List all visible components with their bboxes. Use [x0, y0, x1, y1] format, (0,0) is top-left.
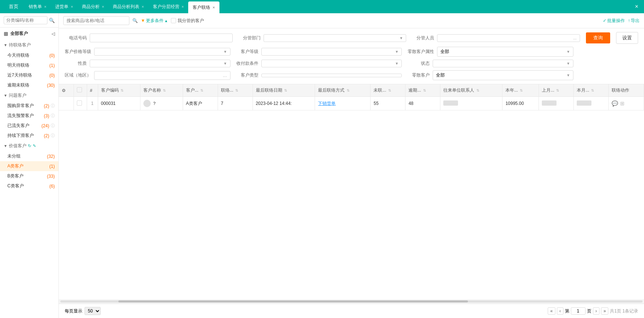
info-icon[interactable]: ⓘ [51, 123, 55, 128]
sidebar-item-class-a[interactable]: A类客户 (1) [0, 161, 58, 171]
sort-icon[interactable]: ⇅ [284, 88, 287, 92]
window-close-button[interactable]: × [632, 2, 641, 11]
filter-customer-level-select[interactable]: ▼ [261, 48, 402, 56]
collapse-icon[interactable]: ◁ [51, 31, 55, 36]
horizontal-scrollbar[interactable] [59, 299, 644, 304]
filter-phone-label: 电话号码 [65, 35, 87, 41]
sort-icon[interactable]: ⇅ [388, 88, 391, 92]
sidebar-group-problem[interactable]: ▼ 问题客户 [0, 90, 58, 101]
filter-retail-customer-select[interactable]: 全部 ▼ [433, 70, 573, 80]
sidebar-item-class-b[interactable]: B类客户 (33) [0, 171, 58, 181]
header-checkbox[interactable] [77, 87, 82, 92]
sidebar-group-value[interactable]: ▼ 价值客户 ↻ ✎ [0, 141, 58, 151]
filter-dept: 分管部门 ▼ [239, 34, 407, 42]
first-page-button[interactable]: « [548, 307, 555, 315]
filter-phone-input[interactable] [90, 33, 233, 42]
close-tab-purchase[interactable]: × [71, 4, 73, 9]
filter-manager-select[interactable]: … [437, 34, 580, 42]
close-tab-customer-segment[interactable]: × [182, 4, 184, 9]
last-contact-method-link[interactable]: 下销货单 [318, 101, 336, 106]
close-tab-product-analysis-list[interactable]: × [142, 4, 144, 9]
sidebar-item-hoarding[interactable]: 囤购异常客户 (2) ⓘ [0, 101, 58, 111]
filter-customer-type-label: 客户类型 [236, 72, 258, 78]
sidebar-item-7days-pending[interactable]: 近7天待联络 (0) [0, 70, 58, 80]
close-tab-sales[interactable]: × [44, 4, 46, 9]
filter-customer-type-select[interactable] [261, 74, 402, 77]
info-icon[interactable]: ⓘ [51, 113, 55, 119]
query-button[interactable]: 查询 [586, 32, 610, 43]
info-icon[interactable]: ⓘ [51, 133, 55, 138]
toolbar-right: ✓ 批量操作 ↑ 导出 [603, 18, 640, 24]
search-button-icon[interactable]: 🔍 [132, 18, 138, 23]
sort-icon[interactable]: ⇅ [556, 88, 559, 92]
sort-icon[interactable]: ⇅ [163, 88, 166, 92]
close-tab-customer-contact[interactable]: × [212, 5, 215, 10]
tab-customer-segment[interactable]: 客户分层经营 × [149, 0, 188, 13]
refresh-icon[interactable]: ↻ [28, 144, 31, 148]
tab-sales[interactable]: 销售单 × [24, 0, 51, 13]
my-customers-checkbox[interactable]: 我分管的客户 [171, 18, 204, 24]
batch-icon: ✓ [603, 18, 607, 23]
filter-status-select[interactable]: ▼ [433, 60, 573, 67]
search-input[interactable] [63, 16, 129, 25]
last-page-button[interactable]: » [601, 307, 609, 315]
filter-nature-select[interactable]: ▼ [90, 60, 230, 67]
filter-retail-attr-select[interactable]: 全部 ▼ [437, 47, 573, 57]
home-tab[interactable]: 首页 [3, 0, 24, 13]
th-type: 客户... ⇅ [183, 84, 218, 97]
export-button[interactable]: ↑ 导出 [628, 18, 640, 24]
tab-product-analysis-list[interactable]: 商品分析列表 × [108, 0, 148, 13]
sort-icon[interactable]: ⇅ [520, 88, 523, 92]
sidebar-item-unclassified[interactable]: 未分组 (32) [0, 151, 58, 161]
batch-operation-button[interactable]: ✓ 批量操作 [603, 18, 625, 24]
sort-icon[interactable]: ⇅ [121, 88, 124, 92]
message-icon[interactable]: 💬 [612, 100, 618, 106]
page-input[interactable] [571, 307, 586, 315]
filter-region: 区域（地区） … [65, 71, 230, 80]
filter-retail-attr: 零散客户属性 全部 ▼ [408, 47, 573, 57]
sidebar-group-pending[interactable]: ▼ 待联络客户 [0, 40, 58, 50]
scrollbar-thumb[interactable] [118, 300, 468, 303]
sidebar-item-churn-warning[interactable]: 流失预警客户 (3) ⓘ [0, 111, 58, 121]
sidebar-item-class-c[interactable]: C类客户 (6) [0, 181, 58, 191]
close-tab-product-analysis[interactable]: × [102, 4, 104, 9]
sort-icon[interactable]: ⇅ [423, 88, 426, 92]
qr-icon[interactable]: ⊞ [620, 100, 625, 106]
sort-icon[interactable]: ⇅ [235, 88, 238, 92]
more-filter-button[interactable]: ▼ 更多条件 ▲ [141, 18, 168, 24]
page-size-select[interactable]: 50 [85, 307, 101, 315]
filter-price-level-select[interactable]: ▼ [94, 48, 230, 56]
sidebar-search-icon[interactable]: 🔍 [49, 18, 55, 23]
tab-purchase[interactable]: 进货单 × [51, 0, 77, 13]
sidebar-item-tomorrow-pending[interactable]: 明天待联络 (1) [0, 60, 58, 70]
sidebar-search-input[interactable] [4, 16, 47, 24]
sort-icon[interactable]: ⇅ [591, 88, 594, 92]
tab-customer-contact[interactable]: 客户联络 × [188, 1, 219, 13]
sidebar-all-customers[interactable]: ⊞ 全部客户 ◁ [0, 28, 58, 40]
my-customers-check[interactable] [171, 18, 176, 23]
sidebar-item-today-pending[interactable]: 今天待联络 (0) [0, 50, 58, 60]
sidebar-item-churned[interactable]: 已流失客户 (24) ⓘ [0, 121, 58, 131]
sidebar-item-declining[interactable]: 持续下滑客户 (2) ⓘ [0, 131, 58, 141]
chevron-down-icon: ▼ [399, 36, 403, 40]
filter-payment-select[interactable]: ▼ [261, 60, 402, 67]
filter-dept-select[interactable]: ▼ [264, 34, 407, 42]
sidebar-item-overdue-contact[interactable]: 逾期未联络 (30) [0, 80, 58, 90]
filter-region-select[interactable]: … [94, 71, 230, 80]
sort-icon[interactable]: ⇅ [347, 88, 350, 92]
sort-icon[interactable]: ⇅ [200, 88, 203, 92]
row-checkbox[interactable] [77, 100, 82, 106]
tab-product-analysis[interactable]: 商品分析 × [78, 0, 108, 13]
current-month-placeholder [577, 100, 591, 106]
settings-icon[interactable]: ⚙ [62, 88, 66, 93]
next-page-button[interactable]: › [593, 307, 600, 315]
filter-manager-label: 分管人员 [412, 35, 434, 41]
setting-button[interactable]: 设置 [616, 32, 638, 44]
edit-group-icon[interactable]: ✎ [33, 144, 36, 148]
filter-row-1: 电话号码 分管部门 ▼ 分管人员 … 查询 [65, 32, 638, 44]
sort-icon[interactable]: ⇅ [476, 88, 479, 92]
dots-icon[interactable]: … [223, 73, 227, 78]
info-icon[interactable]: ⓘ [51, 103, 55, 109]
prev-page-button[interactable]: ‹ [557, 307, 564, 315]
filter-arrow-icon: ▲ [164, 19, 168, 23]
